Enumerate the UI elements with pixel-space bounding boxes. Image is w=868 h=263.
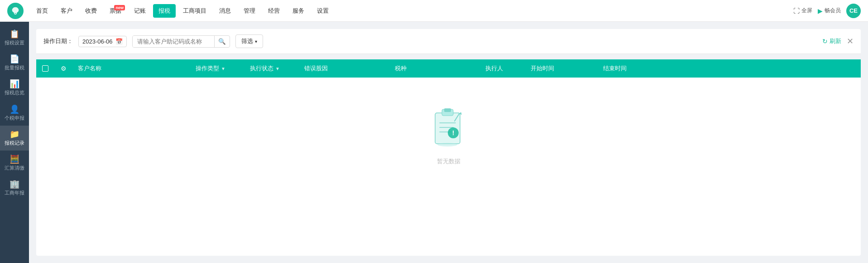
sidebar-label: 报税总览 <box>5 90 24 96</box>
th-end-time: 结束时间 <box>598 64 661 73</box>
sidebar-icon: 🏢 <box>10 180 19 188</box>
date-label: 操作日期： <box>43 37 73 45</box>
th-customer-name: 客户名称 <box>72 64 190 73</box>
sidebar-item-报税记录[interactable]: 📁 报税记录 <box>0 126 29 151</box>
calendar-icon: 📅 <box>115 38 123 45</box>
svg-rect-2 <box>444 108 451 112</box>
member-btn[interactable]: ▶ 畅会员 <box>818 7 841 15</box>
fullscreen-btn[interactable]: ⛶ 全屏 <box>793 7 812 15</box>
sort-icon-status: ▼ <box>275 66 280 71</box>
settings-icon[interactable]: ⚙ <box>61 65 67 72</box>
empty-state: ! 暂无数据 <box>36 78 861 193</box>
nav-item-服务[interactable]: 服务 <box>287 4 310 18</box>
empty-illustration: ! <box>428 105 469 150</box>
chevron-down-icon: ▾ <box>255 39 257 44</box>
sidebar-item-批量报税[interactable]: 📄 批量报税 <box>0 50 29 75</box>
sidebar-item-工商年报[interactable]: 🏢 工商年报 <box>0 175 29 200</box>
th-execute-status: 执行状态 ▼ <box>245 64 299 73</box>
th-start-time: 开始时间 <box>525 64 598 73</box>
sidebar-item-个税申报[interactable]: 👤 个税申报 <box>0 101 29 126</box>
nav-item-设置[interactable]: 设置 <box>312 4 334 18</box>
sidebar-icon: 📊 <box>10 80 19 88</box>
sidebar-item-报税总览[interactable]: 📊 报税总览 <box>0 75 29 100</box>
nav-item-报税[interactable]: 报税 <box>153 4 176 18</box>
sidebar-item-汇算清缴[interactable]: 🧮 汇算清缴 <box>0 151 29 175</box>
content-area: 操作日期： 2023-06-06 📅 🔍 筛选 ▾ ↻ 刷新 ✕ <box>29 22 868 263</box>
sidebar-label: 批量报税 <box>5 65 24 71</box>
th-checkbox <box>36 65 54 72</box>
nav-item-管理[interactable]: 管理 <box>238 4 261 18</box>
select-all-checkbox[interactable] <box>42 65 48 72</box>
nav-item-经营[interactable]: 经营 <box>263 4 285 18</box>
sidebar-item-报税设置[interactable]: 📋 报税设置 <box>0 25 29 50</box>
svg-point-10 <box>437 143 457 146</box>
main-layout: 📋 报税设置 📄 批量报税 📊 报税总览 👤 个税申报 📁 报税记录 🧮 汇算清… <box>0 22 868 263</box>
th-executor: 执行人 <box>480 64 525 73</box>
svg-text:!: ! <box>452 129 454 136</box>
sidebar-icon: 📋 <box>10 30 19 38</box>
nav-item-消息[interactable]: 消息 <box>214 4 236 18</box>
search-button[interactable]: 🔍 <box>214 36 230 47</box>
table-header: ⚙ 客户名称 操作类型 ▼ 执行状态 ▼ 错误股因 税种 <box>36 59 861 78</box>
sort-icon-operation: ▼ <box>221 66 225 71</box>
sidebar-label: 汇算清缴 <box>5 165 24 171</box>
sidebar-icon: 📁 <box>10 130 19 138</box>
search-input[interactable] <box>133 36 214 47</box>
nav-item-工商项目[interactable]: 工商项目 <box>177 4 212 18</box>
date-picker[interactable]: 2023-06-06 📅 <box>78 36 127 47</box>
top-nav-right: ⛶ 全屏 ▶ 畅会员 CE <box>793 4 861 18</box>
table-container: ⚙ 客户名称 操作类型 ▼ 执行状态 ▼ 错误股因 税种 <box>36 59 861 256</box>
close-button[interactable]: ✕ <box>847 37 854 45</box>
refresh-icon: ↻ <box>822 38 828 45</box>
th-operation-type: 操作类型 ▼ <box>190 64 245 73</box>
filter-button[interactable]: 筛选 ▾ <box>235 34 263 48</box>
sidebar-label: 个税申报 <box>5 115 24 121</box>
sidebar-icon: 📄 <box>10 55 19 63</box>
nav-item-收费[interactable]: 收费 <box>80 4 102 18</box>
top-navigation: 首页客户收费票据new记账报税工商项目消息管理经营服务设置 ⛶ 全屏 ▶ 畅会员… <box>0 0 868 22</box>
sidebar-icon: 👤 <box>10 105 19 113</box>
sidebar-label: 工商年报 <box>5 190 24 196</box>
sidebar-label: 报税记录 <box>5 140 24 146</box>
nav-items: 首页客户收费票据new记账报税工商项目消息管理经营服务设置 <box>31 4 793 18</box>
nav-item-记账[interactable]: 记账 <box>129 4 151 18</box>
app-logo[interactable] <box>7 3 24 19</box>
th-tax-type: 税种 <box>389 64 480 73</box>
sidebar-label: 报税设置 <box>5 40 24 46</box>
search-box: 🔍 <box>132 35 230 48</box>
nav-item-客户[interactable]: 客户 <box>55 4 78 18</box>
nav-item-首页[interactable]: 首页 <box>31 4 53 18</box>
th-settings: ⚙ <box>54 65 72 72</box>
sidebar: 📋 报税设置 📄 批量报税 📊 报税总览 👤 个税申报 📁 报税记录 🧮 汇算清… <box>0 22 29 263</box>
toolbar-right: ↻ 刷新 ✕ <box>822 37 854 45</box>
filter-label: 筛选 <box>241 37 253 45</box>
toolbar: 操作日期： 2023-06-06 📅 🔍 筛选 ▾ ↻ 刷新 ✕ <box>36 29 861 54</box>
empty-text: 暂无数据 <box>437 157 460 166</box>
nav-item-票据[interactable]: 票据new <box>104 4 127 18</box>
avatar[interactable]: CE <box>846 4 861 18</box>
date-value: 2023-06-06 <box>82 38 113 45</box>
sidebar-icon: 🧮 <box>10 155 19 163</box>
refresh-button[interactable]: ↻ 刷新 <box>822 37 841 45</box>
th-error-reason: 错误股因 <box>299 64 389 73</box>
